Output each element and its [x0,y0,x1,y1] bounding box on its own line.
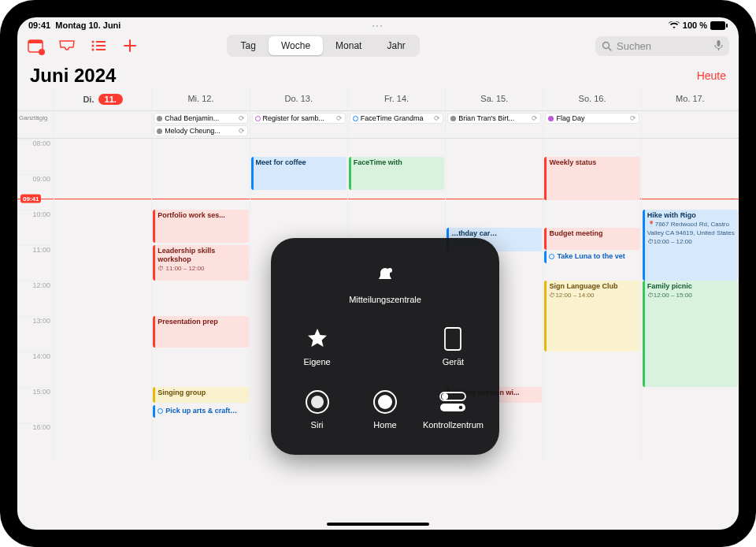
hour-label: 14:00 [17,352,54,387]
hour-label: 10:00 [17,210,54,245]
at-home[interactable]: Home [372,389,398,430]
calendar-event[interactable]: Sign Language Club⏱12:00 – 14:00 [544,281,639,352]
home-indicator[interactable] [327,523,429,526]
calendar-event[interactable]: Singing group [153,387,248,403]
bell-icon [372,263,398,290]
calendar-event[interactable]: Budget meeting [544,228,639,250]
at-siri[interactable]: Siri [304,389,331,430]
calendar-event[interactable]: Hike with Rigo📍7867 Redwood Rd, Castro V… [643,210,738,281]
assistive-touch-menu: Mitteilungszentrale Eigene Gerät Siri Ho… [271,238,499,455]
hour-label: 16:00 [17,422,54,458]
calendar-icon[interactable] [27,37,44,54]
svg-point-20 [443,394,447,399]
at-device[interactable]: Gerät [439,326,466,367]
mic-icon[interactable] [714,40,723,51]
calendar-event[interactable]: Presentation prep [153,316,248,348]
search-placeholder: Suchen [617,40,651,52]
svg-rect-14 [445,328,461,350]
at-custom[interactable]: Eigene [303,326,330,367]
allday-event[interactable]: Register for samb...⟳ [252,113,346,124]
allday-event[interactable]: Flag Day⟳ [545,113,639,124]
calendar-event[interactable]: Weekly status [544,157,639,200]
ipad-device-frame: 09:41 Montag 10. Juni ••• 100 % Tag Woch… [0,0,756,547]
svg-rect-0 [710,21,725,30]
svg-rect-3 [28,40,43,43]
at-notification-center[interactable]: Mitteilungszentrale [349,263,421,304]
at-control-center[interactable]: Kontrollzentrum [423,389,484,430]
svg-point-8 [92,49,94,51]
day-header[interactable]: Mo. 17. [641,88,739,110]
day-header[interactable]: Mi. 12. [151,88,249,110]
svg-rect-7 [96,45,106,47]
inbox-icon[interactable] [58,37,76,54]
svg-point-16 [311,396,324,408]
multitask-dots-icon[interactable]: ••• [372,22,384,29]
list-icon[interactable] [90,37,107,54]
screen: 09:41 Montag 10. Juni ••• 100 % Tag Woch… [17,17,739,530]
toolbar: Tag Woche Monat Jahr Suchen [17,30,739,61]
calendar-event[interactable]: Pick up arts & craft… [153,405,248,418]
calendar-event[interactable]: Family picnic⏱12:00 – 15:00 [643,281,738,387]
seg-year[interactable]: Jahr [374,36,417,55]
allday-label: Ganztägig [17,111,54,138]
allday-event[interactable]: FaceTime Grandma⟳ [350,113,443,124]
hour-label: 15:00 [17,387,54,422]
allday-row: Ganztägig Chad Benjamin...⟳Melody Cheung… [17,111,739,139]
now-time-badge: 09:41 [20,195,41,203]
hour-label: 13:00 [17,316,54,352]
wifi-icon [669,21,680,29]
month-title: Juni 2024 [30,65,116,87]
hour-label: 08:00 [17,139,54,174]
svg-point-22 [458,405,463,410]
svg-point-6 [92,45,94,47]
add-icon[interactable] [121,37,139,54]
day-header[interactable]: Fr. 14. [347,88,445,110]
seg-day[interactable]: Tag [228,36,269,55]
svg-point-4 [92,41,94,43]
today-badge: 11. [98,94,123,105]
allday-event[interactable]: Brian Tran's Birt...⟳ [447,113,541,124]
today-button[interactable]: Heute [697,69,726,82]
calendar-event[interactable]: Take Luna to the vet [544,251,639,263]
battery-text: 100 % [683,20,707,30]
home-button-icon [372,389,398,415]
day-header[interactable]: Do. 13. [250,88,347,110]
repeat-icon: ⟳ [239,127,245,135]
allday-event[interactable]: Melody Cheung...⟳ [154,125,247,136]
title-row: Juni 2024 Heute [17,61,739,88]
search-icon [602,41,612,51]
seg-month[interactable]: Monat [323,36,374,55]
day-header[interactable]: Sa. 15. [445,88,543,110]
day-header[interactable]: So. 16. [543,88,640,110]
calendar-event[interactable]: Portfolio work ses... [153,210,248,243]
allday-event[interactable]: Chad Benjamin...⟳ [154,113,247,124]
svg-rect-5 [96,41,106,43]
svg-line-11 [609,48,611,50]
status-time: 09:41 [28,20,50,30]
svg-rect-9 [96,49,106,50]
view-segmented-control: Tag Woche Monat Jahr [227,35,420,57]
svg-rect-12 [717,40,720,47]
day-header[interactable]: Di. 11. [54,88,151,110]
repeat-icon: ⟳ [239,114,245,122]
seg-week[interactable]: Woche [269,36,323,55]
hour-label: 09:00 [17,174,54,210]
calendar-event[interactable]: FaceTime with [349,157,444,190]
calendar-event[interactable]: Meet for coffee [251,157,346,190]
svg-point-10 [602,42,609,48]
status-bar: 09:41 Montag 10. Juni ••• 100 % [17,17,739,30]
calendar-event[interactable]: Leadership skills workshop⏱ 11:00 – 12:0… [153,245,248,281]
repeat-icon: ⟳ [532,114,538,122]
device-icon [439,326,466,352]
status-date: Montag 10. Juni [55,20,120,30]
siri-icon [304,389,331,415]
repeat-icon: ⟳ [630,114,636,122]
day-headers: Di. 11. Mi. 12. Do. 13. Fr. 14. Sa. 15. … [17,88,739,111]
svg-point-13 [387,268,392,273]
search-input[interactable]: Suchen [595,36,729,56]
hour-label: 11:00 [17,245,54,281]
repeat-icon: ⟳ [434,114,440,122]
hour-label: 12:00 [17,281,54,316]
battery-icon [710,21,728,30]
toggles-icon [439,389,466,415]
